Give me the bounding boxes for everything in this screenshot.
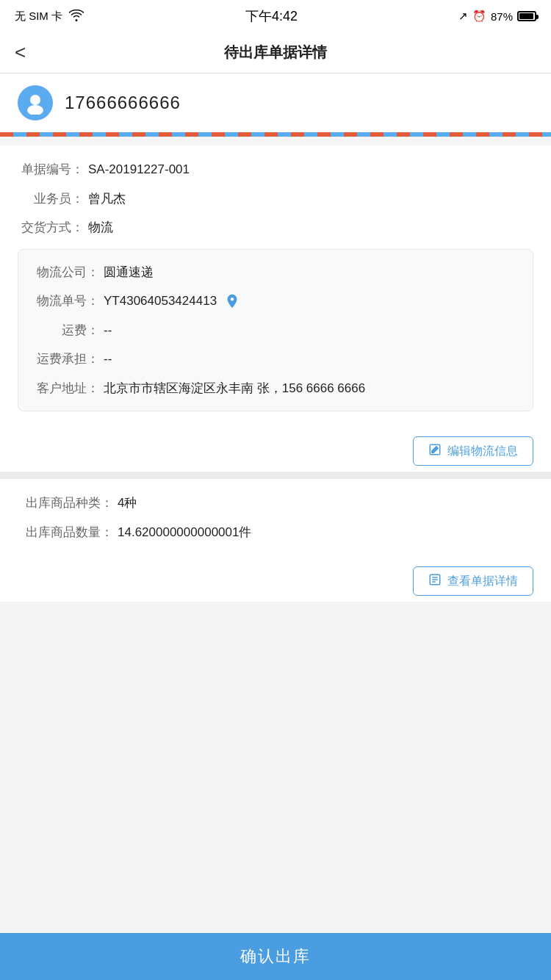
edit-icon — [428, 443, 442, 459]
logistics-company-label: 物流公司： — [33, 263, 99, 282]
basic-info-section: 单据编号： SA-20191227-001 业务员： 曾凡杰 交货方式： 物流 … — [0, 145, 551, 426]
order-no-value: SA-20191227-001 — [88, 160, 533, 179]
edit-logistics-button[interactable]: 编辑物流信息 — [413, 436, 533, 466]
view-detail-button[interactable]: 查看单据详情 — [413, 566, 533, 596]
freight-row: 运费： -- — [33, 321, 518, 340]
svg-point-0 — [30, 95, 40, 105]
logistics-tracking-label: 物流单号： — [33, 292, 99, 311]
status-time: 下午4:42 — [245, 7, 298, 25]
freight-bear-value: -- — [104, 350, 518, 369]
freight-bear-row: 运费承担： -- — [33, 350, 518, 369]
order-no-label: 单据编号： — [18, 160, 84, 179]
detail-btn-row: 查看单据详情 — [0, 556, 551, 602]
address-row: 客户地址： 北京市市辖区海淀区永丰南 张，156 6666 6666 — [33, 379, 518, 398]
status-right: ↗ ⏰ 87% — [458, 10, 536, 23]
logistics-tracking-row: 物流单号： YT43064053424413 — [33, 292, 518, 311]
address-label: 客户地址： — [33, 379, 99, 398]
goods-quantity-row: 出库商品数量： 14.620000000000001件 — [18, 523, 533, 542]
section-divider — [0, 472, 551, 479]
sales-person-value: 曾凡杰 — [88, 190, 533, 209]
freight-value: -- — [104, 321, 518, 340]
svg-point-1 — [27, 105, 43, 115]
dashed-divider — [0, 132, 551, 137]
back-button[interactable]: < — [15, 41, 26, 64]
user-phone: 17666666666 — [65, 93, 181, 113]
sales-person-row: 业务员： 曾凡杰 — [18, 190, 533, 209]
logistics-company-row: 物流公司： 圆通速递 — [33, 263, 518, 282]
delivery-method-row: 交货方式： 物流 — [18, 218, 533, 237]
avatar — [18, 85, 53, 120]
delivery-method-label: 交货方式： — [18, 218, 84, 237]
detail-icon — [428, 573, 442, 589]
battery-icon — [517, 11, 536, 21]
view-detail-label: 查看单据详情 — [447, 574, 518, 589]
location-arrow-icon: ↗ — [458, 10, 468, 23]
address-value: 北京市市辖区海淀区永丰南 张，156 6666 6666 — [104, 379, 518, 398]
page-title: 待出库单据详情 — [224, 43, 327, 62]
nav-bar: < 待出库单据详情 — [0, 32, 551, 73]
goods-type-label: 出库商品种类： — [18, 494, 113, 513]
status-carrier: 无 SIM 卡 — [15, 10, 84, 24]
location-pin-icon[interactable] — [224, 293, 240, 309]
delivery-method-value: 物流 — [88, 218, 533, 237]
edit-logistics-label: 编辑物流信息 — [447, 444, 518, 459]
logistics-company-value: 圆通速递 — [104, 263, 518, 282]
freight-label: 运费： — [33, 321, 99, 340]
freight-bear-label: 运费承担： — [33, 350, 99, 369]
bottom-spacer — [0, 602, 551, 749]
confirm-button-label: 确认出库 — [240, 945, 311, 968]
goods-quantity-label: 出库商品数量： — [18, 523, 113, 542]
order-no-row: 单据编号： SA-20191227-001 — [18, 160, 533, 179]
logistics-tracking-value: YT43064053424413 — [104, 292, 518, 311]
goods-quantity-value: 14.620000000000001件 — [118, 523, 533, 542]
goods-type-row: 出库商品种类： 4种 — [18, 494, 533, 513]
user-header: 17666666666 — [0, 73, 551, 132]
confirm-bar[interactable]: 确认出库 — [0, 933, 551, 980]
sales-person-label: 业务员： — [18, 190, 84, 209]
battery-percent: 87% — [491, 10, 513, 23]
status-bar: 无 SIM 卡 下午4:42 ↗ ⏰ 87% — [0, 0, 551, 32]
goods-section: 出库商品种类： 4种 出库商品数量： 14.620000000000001件 — [0, 479, 551, 556]
logistics-card: 物流公司： 圆通速递 物流单号： YT43064053424413 运费： --… — [18, 249, 533, 412]
goods-type-value: 4种 — [118, 494, 533, 513]
edit-btn-row: 编辑物流信息 — [0, 426, 551, 472]
wifi-icon — [68, 10, 84, 24]
carrier-text: 无 SIM 卡 — [15, 10, 62, 24]
alarm-icon: ⏰ — [472, 10, 486, 23]
